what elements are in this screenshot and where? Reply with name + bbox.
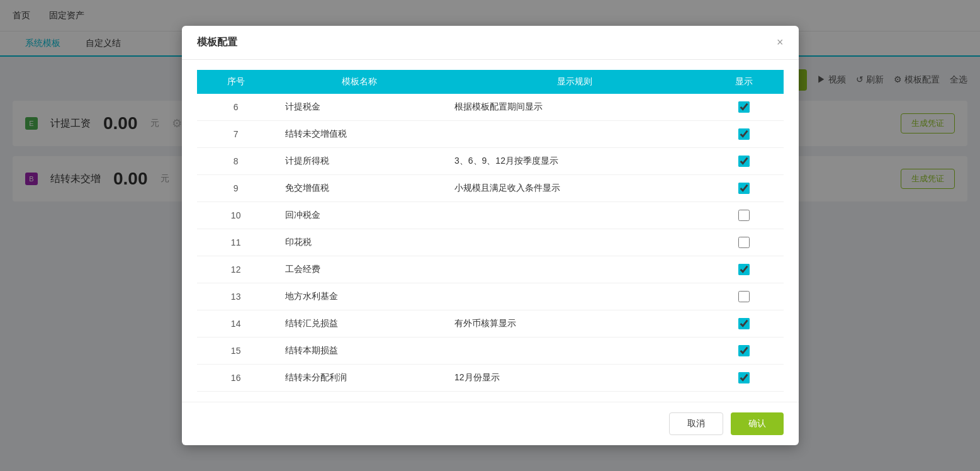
table-row: 10回冲税金 bbox=[197, 202, 784, 229]
row-display-cell bbox=[705, 148, 783, 175]
table-row: 9免交增值税小规模且满足收入条件显示 bbox=[197, 175, 784, 202]
row-display-checkbox[interactable] bbox=[738, 318, 750, 329]
table-row: 6计提税金根据模板配置期间显示 bbox=[197, 94, 784, 121]
row-rule bbox=[444, 121, 705, 148]
template-config-modal: 模板配置 × 序号 模板名称 显示规则 显示 6计提税金根据模板配置期间显示7结… bbox=[182, 26, 799, 445]
cancel-button[interactable]: 取消 bbox=[669, 412, 723, 435]
row-display-cell bbox=[705, 94, 783, 121]
row-display-checkbox[interactable] bbox=[738, 291, 750, 302]
row-rule: 3、6、9、12月按季度显示 bbox=[444, 148, 705, 175]
row-display-cell bbox=[705, 229, 783, 256]
col-header-index: 序号 bbox=[197, 70, 275, 94]
row-index: 10 bbox=[197, 202, 275, 229]
row-display-cell bbox=[705, 175, 783, 202]
table-row: 14结转汇兑损益有外币核算显示 bbox=[197, 310, 784, 338]
modal-overlay: 模板配置 × 序号 模板名称 显示规则 显示 6计提税金根据模板配置期间显示7结… bbox=[0, 0, 980, 471]
row-template-name: 工会经费 bbox=[275, 256, 444, 283]
row-index: 12 bbox=[197, 256, 275, 283]
row-index: 13 bbox=[197, 283, 275, 310]
modal-close-button[interactable]: × bbox=[777, 36, 784, 49]
row-index: 7 bbox=[197, 121, 275, 148]
row-index: 8 bbox=[197, 148, 275, 175]
row-display-checkbox[interactable] bbox=[738, 128, 750, 140]
row-template-name: 结转本期损益 bbox=[275, 338, 444, 365]
row-template-name: 印花税 bbox=[275, 229, 444, 256]
table-row: 13地方水利基金 bbox=[197, 283, 784, 310]
row-index: 9 bbox=[197, 175, 275, 202]
row-rule bbox=[444, 202, 705, 229]
modal-footer: 取消 确认 bbox=[182, 402, 799, 445]
confirm-button[interactable]: 确认 bbox=[731, 412, 784, 435]
row-template-name: 计提税金 bbox=[275, 94, 444, 121]
modal-body: 序号 模板名称 显示规则 显示 6计提税金根据模板配置期间显示7结转未交增值税8… bbox=[182, 60, 799, 402]
row-display-cell bbox=[705, 310, 783, 338]
config-table: 序号 模板名称 显示规则 显示 6计提税金根据模板配置期间显示7结转未交增值税8… bbox=[197, 70, 784, 392]
modal-title: 模板配置 bbox=[197, 36, 237, 49]
row-display-cell bbox=[705, 256, 783, 283]
row-template-name: 结转未交增值税 bbox=[275, 121, 444, 148]
row-index: 16 bbox=[197, 365, 275, 392]
table-row: 7结转未交增值税 bbox=[197, 121, 784, 148]
row-rule bbox=[444, 229, 705, 256]
row-template-name: 计提所得税 bbox=[275, 148, 444, 175]
table-header: 序号 模板名称 显示规则 显示 bbox=[197, 70, 784, 94]
row-index: 6 bbox=[197, 94, 275, 121]
col-header-display: 显示 bbox=[705, 70, 783, 94]
row-display-checkbox[interactable] bbox=[738, 264, 750, 275]
row-display-cell bbox=[705, 365, 783, 392]
table-row: 12工会经费 bbox=[197, 256, 784, 283]
table-row: 15结转本期损益 bbox=[197, 338, 784, 365]
row-display-cell bbox=[705, 283, 783, 310]
row-rule: 12月份显示 bbox=[444, 365, 705, 392]
row-display-checkbox[interactable] bbox=[738, 237, 750, 248]
row-template-name: 结转未分配利润 bbox=[275, 365, 444, 392]
table-row: 16结转未分配利润12月份显示 bbox=[197, 365, 784, 392]
row-template-name: 结转汇兑损益 bbox=[275, 310, 444, 338]
col-header-rule: 显示规则 bbox=[444, 70, 705, 94]
row-template-name: 回冲税金 bbox=[275, 202, 444, 229]
row-rule bbox=[444, 338, 705, 365]
row-display-checkbox[interactable] bbox=[738, 345, 750, 356]
row-display-checkbox[interactable] bbox=[738, 183, 750, 194]
table-row: 11印花税 bbox=[197, 229, 784, 256]
row-display-checkbox[interactable] bbox=[738, 156, 750, 167]
row-rule: 小规模且满足收入条件显示 bbox=[444, 175, 705, 202]
row-display-cell bbox=[705, 121, 783, 148]
row-rule bbox=[444, 283, 705, 310]
row-index: 11 bbox=[197, 229, 275, 256]
col-header-name: 模板名称 bbox=[275, 70, 444, 94]
row-display-checkbox[interactable] bbox=[738, 101, 750, 113]
row-display-cell bbox=[705, 338, 783, 365]
row-display-checkbox[interactable] bbox=[738, 210, 750, 221]
modal-header: 模板配置 × bbox=[182, 26, 799, 60]
row-rule bbox=[444, 256, 705, 283]
row-template-name: 免交增值税 bbox=[275, 175, 444, 202]
row-rule: 根据模板配置期间显示 bbox=[444, 94, 705, 121]
row-rule: 有外币核算显示 bbox=[444, 310, 705, 338]
row-template-name: 地方水利基金 bbox=[275, 283, 444, 310]
row-index: 15 bbox=[197, 338, 275, 365]
table-body: 6计提税金根据模板配置期间显示7结转未交增值税8计提所得税3、6、9、12月按季… bbox=[197, 94, 784, 392]
row-display-checkbox[interactable] bbox=[738, 372, 750, 383]
row-index: 14 bbox=[197, 310, 275, 338]
row-display-cell bbox=[705, 202, 783, 229]
table-row: 8计提所得税3、6、9、12月按季度显示 bbox=[197, 148, 784, 175]
